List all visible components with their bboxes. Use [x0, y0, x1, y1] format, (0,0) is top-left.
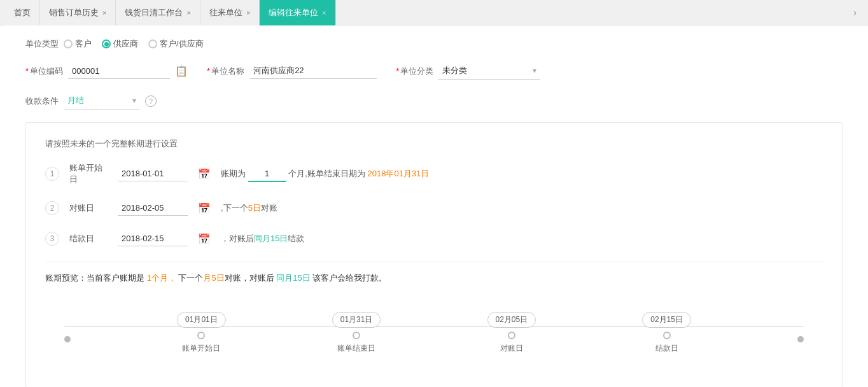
calendar-icon-3[interactable]: 📅	[198, 233, 211, 245]
calendar-icon-1[interactable]: 📅	[198, 168, 211, 180]
timeline-dot-1	[197, 332, 205, 339]
radio-customer-label: 客户	[75, 38, 92, 50]
unit-class-label: *单位分类	[396, 66, 433, 77]
step-row-3: 3 结款日 📅 ，对账后同月15日结款	[45, 231, 823, 246]
section-hint: 请按照未来的一个完整帐期进行设置	[45, 138, 823, 150]
timeline-right-endpoint	[797, 336, 804, 342]
timeline-label-2: 账单结束日	[337, 343, 375, 354]
timeline-node-4: 02月15日 结款日	[642, 312, 691, 354]
tab-cash-work[interactable]: 钱货日清工作台 ×	[116, 0, 200, 25]
tab-cash-work-label: 钱货日清工作台	[125, 7, 183, 18]
timeline-label-1: 账单开始日	[182, 343, 220, 354]
tab-partners-close[interactable]: ×	[246, 9, 250, 17]
tab-partners-label: 往来单位	[209, 7, 242, 18]
timeline-dot-3	[508, 332, 515, 339]
timeline-left-endpoint	[64, 336, 71, 342]
period-value-input[interactable]	[248, 166, 286, 182]
step-row-1: 1 账单开始日 📅 账期为 个月,账单结束日期为 2018年01月31日	[45, 162, 823, 185]
step-label-1: 账单开始日	[69, 162, 108, 185]
tab-partners[interactable]: 往来单位 ×	[200, 0, 260, 25]
timeline-label-4: 结款日	[655, 343, 678, 354]
step-date-input-1[interactable]	[118, 166, 188, 181]
radio-customer-circle	[64, 39, 73, 48]
reconcile-day-highlight: 5日	[248, 203, 261, 213]
timeline-badge-3: 02月05日	[487, 312, 536, 328]
timeline-node-2: 01月31日 账单结束日	[332, 312, 381, 354]
unit-name-input[interactable]	[249, 64, 377, 79]
tab-sales-history[interactable]: 销售订单历史 ×	[40, 0, 116, 25]
tab-cash-work-close[interactable]: ×	[186, 9, 190, 17]
timeline-badge-2: 01月31日	[332, 312, 381, 328]
preview-end: 该客户会给我打款。	[312, 273, 387, 283]
divider	[45, 262, 823, 262]
unit-code-label: *单位编码	[25, 66, 63, 77]
step-date-input-3[interactable]	[118, 231, 188, 246]
period-settings-section: 请按照未来的一个完整帐期进行设置 1 账单开始日 📅 账期为 个月,账单结束日期…	[25, 122, 843, 387]
preview-period: 1个月，	[147, 273, 176, 283]
radio-both-circle	[148, 39, 157, 48]
step-date-input-2[interactable]	[118, 201, 188, 216]
tab-expand-button[interactable]: ›	[847, 7, 863, 18]
payment-chevron-icon: ▾	[132, 96, 136, 105]
step-label-3: 结款日	[69, 233, 108, 244]
timeline-badge-1: 01月01日	[177, 312, 226, 328]
reconcile-prefix: ,下一个	[221, 203, 248, 213]
timeline-end-dot	[797, 336, 804, 342]
end-date-highlight: 2018年01月31日	[368, 169, 430, 178]
preview-reconcile-prefix: 下一个	[178, 273, 203, 283]
preview-text: 账期预览：当前客户账期是 1个月， 下一个月5日对账，对账后 同月15日 该客户…	[45, 272, 823, 284]
step-desc-3: ，对账后同月15日结款	[221, 233, 304, 244]
unit-class-dropdown[interactable]: 未分类 ▾	[438, 62, 540, 80]
payment-condition-label: 收款条件	[25, 95, 59, 107]
radio-supplier-label: 供应商	[113, 38, 138, 50]
payment-condition-dropdown[interactable]: 月结 ▾	[64, 92, 140, 109]
unit-name-field: *单位名称	[207, 64, 377, 79]
calendar-icon-2[interactable]: 📅	[198, 202, 211, 215]
unit-details-row: *单位编码 📋 *单位名称 *单位分类 未分类 ▾	[25, 62, 843, 80]
tab-edit-partner-close[interactable]: ×	[322, 9, 326, 17]
timeline-node-3: 02月05日 对账日	[487, 312, 536, 354]
tab-home[interactable]: 首页	[5, 0, 40, 25]
timeline-dot-4	[663, 332, 671, 339]
unit-code-star: *	[25, 66, 29, 76]
payment-condition-field: 收款条件 月结 ▾ ?	[25, 92, 157, 109]
unit-type-label: 单位类型	[25, 38, 59, 50]
radio-supplier-circle	[102, 39, 111, 48]
help-icon[interactable]: ?	[145, 95, 157, 107]
timeline-dot-2	[353, 332, 360, 339]
tab-home-label: 首页	[14, 7, 31, 18]
period-unit-label: 个月,账单结束日期为	[288, 169, 365, 178]
timeline-label-3: 对账日	[500, 343, 523, 354]
document-icon[interactable]: 📋	[175, 65, 188, 77]
step-label-2: 对账日	[69, 202, 108, 214]
tab-sales-history-close[interactable]: ×	[102, 9, 106, 17]
radio-customer[interactable]: 客户	[64, 38, 92, 50]
step-row-2: 2 对账日 📅 ,下一个5日对账	[45, 201, 823, 216]
tab-edit-partner[interactable]: 编辑往来单位 ×	[260, 0, 335, 25]
reconcile-suffix: 对账	[261, 203, 277, 213]
radio-both[interactable]: 客户/供应商	[148, 38, 204, 50]
preview-reconcile-day: 月5日	[203, 273, 224, 283]
payment-suffix: 结款	[288, 234, 304, 243]
timeline-node-1: 01月01日 账单开始日	[177, 312, 226, 354]
step-desc-1: 账期为 个月,账单结束日期为 2018年01月31日	[221, 166, 429, 182]
timeline-start-dot	[64, 336, 71, 342]
step-num-1: 1	[45, 167, 59, 181]
unit-class-field: *单位分类 未分类 ▾	[396, 62, 540, 80]
unit-name-label: *单位名称	[207, 66, 244, 77]
payment-day-highlight: 同月15日	[254, 234, 288, 243]
step-num-2: 2	[45, 201, 59, 215]
timeline: 01月01日 账单开始日 01月31日 账单结束日 02月05日 对账日	[45, 299, 823, 373]
radio-supplier[interactable]: 供应商	[102, 38, 138, 50]
unit-class-chevron-icon: ▾	[533, 66, 536, 75]
payment-condition-value: 月结	[67, 95, 130, 106]
unit-name-star: *	[207, 66, 210, 76]
timeline-nodes: 01月01日 账单开始日 01月31日 账单结束日 02月05日 对账日	[64, 312, 804, 354]
step-desc-2: ,下一个5日对账	[221, 202, 277, 214]
unit-code-input[interactable]	[68, 64, 170, 79]
unit-type-field: 单位类型 客户 供应商 客户/供应商	[25, 38, 204, 50]
preview-reconcile-suffix: 对账，对账后	[225, 273, 274, 283]
radio-both-label: 客户/供应商	[160, 38, 204, 50]
radio-group-unit-type: 客户 供应商 客户/供应商	[64, 38, 204, 50]
unit-type-row: 单位类型 客户 供应商 客户/供应商	[25, 38, 843, 50]
